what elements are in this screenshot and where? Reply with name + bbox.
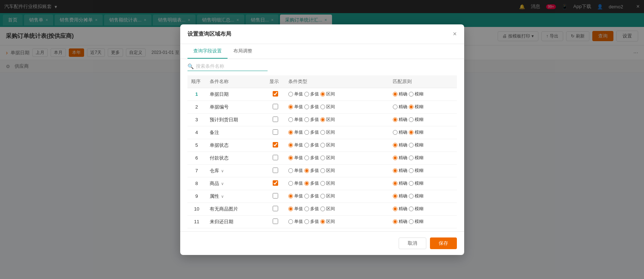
dialog-close-button[interactable]: ×	[453, 30, 457, 38]
dialog-header: 设置查询区域布局 ×	[180, 24, 464, 44]
search-input-wrap: 🔍	[187, 63, 268, 71]
dialog-tabs: 查询字段设置 布局调整	[180, 44, 464, 59]
search-box: 🔍	[180, 59, 464, 73]
search-icon: 🔍	[187, 63, 194, 69]
tab-query-fields[interactable]: 查询字段设置	[187, 44, 228, 59]
search-input[interactable]	[196, 63, 261, 69]
dialog-title: 设置查询区域布局	[187, 31, 231, 38]
dialog-overlay: 设置查询区域布局 × 查询字段设置 布局调整 🔍 顺序	[0, 0, 644, 73]
tab-layout-adjust[interactable]: 布局调整	[228, 44, 258, 59]
settings-dialog: 设置查询区域布局 × 查询字段设置 布局调整 🔍 顺序	[180, 24, 464, 73]
